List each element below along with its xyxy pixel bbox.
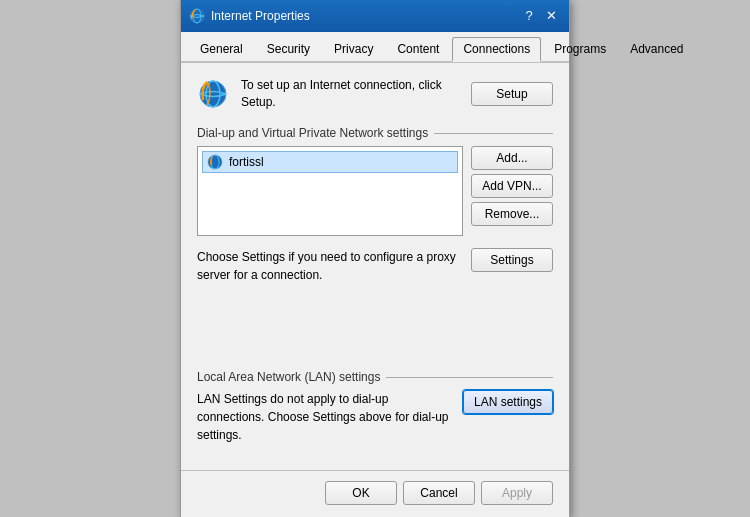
title-bar: Internet Properties ? ✕ xyxy=(181,0,569,32)
ok-button[interactable]: OK xyxy=(325,481,397,505)
proxy-row: Choose Settings if you need to configure… xyxy=(197,248,553,290)
help-button[interactable]: ? xyxy=(519,6,539,26)
vpn-buttons: Add... Add VPN... Remove... xyxy=(471,146,553,236)
bottom-buttons: OK Cancel Apply xyxy=(181,470,569,517)
setup-button[interactable]: Setup xyxy=(471,82,553,106)
ie-icon xyxy=(189,8,205,24)
proxy-description: Choose Settings if you need to configure… xyxy=(197,248,463,284)
setup-row: To set up an Internet connection, click … xyxy=(197,77,553,111)
tabs-bar: General Security Privacy Content Connect… xyxy=(181,32,569,63)
dialup-section-label: Dial-up and Virtual Private Network sett… xyxy=(197,126,553,140)
dialog-title: Internet Properties xyxy=(211,9,310,23)
tab-content-area: To set up an Internet connection, click … xyxy=(181,63,569,459)
lan-row: LAN Settings do not apply to dial-up con… xyxy=(197,390,553,444)
vpn-section: fortissl Add... Add VPN... Remove... xyxy=(197,146,553,236)
list-item[interactable]: fortissl xyxy=(202,151,458,173)
vpn-item-label: fortissl xyxy=(229,155,264,169)
vpn-item-icon xyxy=(207,154,223,170)
add-button[interactable]: Add... xyxy=(471,146,553,170)
tab-programs[interactable]: Programs xyxy=(543,37,617,62)
add-vpn-button[interactable]: Add VPN... xyxy=(471,174,553,198)
tab-privacy[interactable]: Privacy xyxy=(323,37,384,62)
lan-section-label: Local Area Network (LAN) settings xyxy=(197,370,553,384)
lan-description: LAN Settings do not apply to dial-up con… xyxy=(197,390,455,444)
vpn-list[interactable]: fortissl xyxy=(197,146,463,236)
tab-connections[interactable]: Connections xyxy=(452,37,541,62)
lan-section: Local Area Network (LAN) settings LAN Se… xyxy=(197,370,553,444)
settings-button[interactable]: Settings xyxy=(471,248,553,272)
tab-advanced[interactable]: Advanced xyxy=(619,37,694,62)
cancel-button[interactable]: Cancel xyxy=(403,481,475,505)
tab-security[interactable]: Security xyxy=(256,37,321,62)
globe-icon xyxy=(197,78,229,110)
tab-content[interactable]: Content xyxy=(386,37,450,62)
close-button[interactable]: ✕ xyxy=(541,6,561,26)
title-controls: ? ✕ xyxy=(519,6,561,26)
title-bar-left: Internet Properties xyxy=(189,8,310,24)
tab-general[interactable]: General xyxy=(189,37,254,62)
internet-properties-dialog: Internet Properties ? ✕ General Security… xyxy=(180,0,570,517)
remove-button[interactable]: Remove... xyxy=(471,202,553,226)
spacer xyxy=(197,306,553,366)
apply-button[interactable]: Apply xyxy=(481,481,553,505)
lan-settings-button[interactable]: LAN settings xyxy=(463,390,553,414)
setup-description: To set up an Internet connection, click … xyxy=(241,77,459,111)
